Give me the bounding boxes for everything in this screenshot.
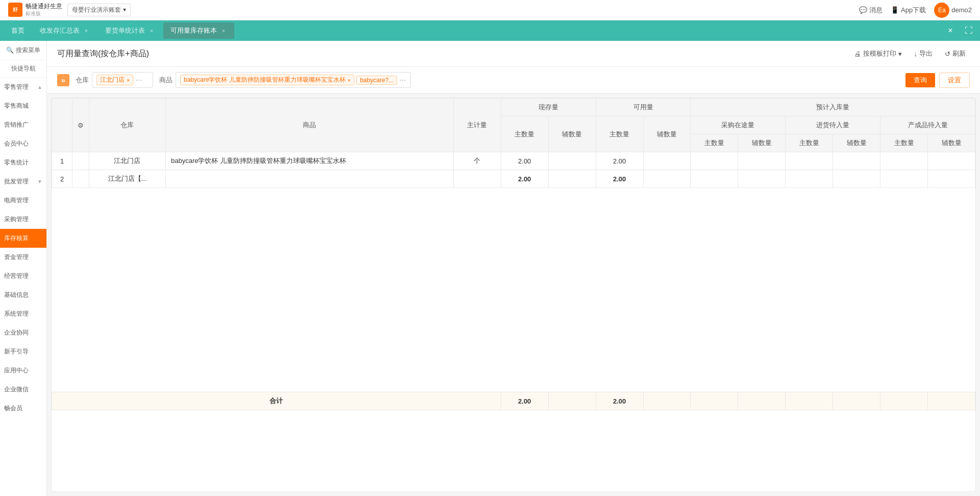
sidebar-item-system[interactable]: 系统管理 xyxy=(0,304,46,323)
sidebar-quick-nav-label: 快捷导航 xyxy=(11,65,36,72)
app-download-button[interactable]: 📱 App下载 xyxy=(891,6,926,15)
sidebar-item-inventory-label: 库存核算 xyxy=(4,234,29,243)
product-tag-1-remove[interactable]: × xyxy=(348,77,351,83)
tab-available-stock-label: 可用量库存账本 xyxy=(170,26,217,35)
tab-available-stock[interactable]: 可用量库存账本 × xyxy=(163,22,234,39)
row1-warehouse: 江北门店 xyxy=(89,152,166,170)
message-button[interactable]: 💬 消息 xyxy=(859,6,883,15)
sidebar-item-wholesale-label: 批发管理 xyxy=(4,177,29,186)
sidebar-item-wechat[interactable]: 企业微信 xyxy=(0,380,46,399)
sidebar-search-label: 搜索菜单 xyxy=(16,46,40,54)
row1-index: 1 xyxy=(52,152,72,170)
th-index xyxy=(52,99,72,152)
empty-space xyxy=(52,188,975,392)
export-button[interactable]: ↓ 导出 xyxy=(910,47,937,60)
th-production-pending: 产成品待入量 xyxy=(880,116,975,134)
sidebar-item-retail-mgmt[interactable]: 零售管理 ▲ xyxy=(0,78,46,97)
warehouse-tag-remove[interactable]: × xyxy=(127,77,130,83)
row2-product xyxy=(165,170,453,188)
chevron-down-icon: ▾ xyxy=(123,6,126,13)
table-row: 1 江北门店 babycare学饮杯 儿童防摔防撞吸管杯重力球吸嘴杯宝宝水杯 个… xyxy=(52,152,975,170)
sidebar-item-member2-label: 畅会员 xyxy=(4,404,22,413)
row1-production-aux xyxy=(928,152,975,170)
th-warehouse: 仓库 xyxy=(89,99,166,152)
printer-icon: 🖨 xyxy=(854,50,861,58)
row1-purchase-aux xyxy=(738,152,786,170)
sidebar-item-marketing-label: 营销推广 xyxy=(4,121,29,129)
sidebar-search[interactable]: 🔍 搜索菜单 xyxy=(0,41,46,60)
table-row: 2 江北门店【... 2.00 2.00 xyxy=(52,170,975,188)
product-input[interactable]: babycare学饮杯 儿童防摔防撞吸管杯重力球吸嘴杯宝宝水杯 × babyca… xyxy=(176,72,411,88)
warehouse-input[interactable]: 江北门店 × ··· xyxy=(92,72,153,88)
th-purchase-on-way: 采购在途量 xyxy=(691,116,786,134)
sidebar-item-finance[interactable]: 资金管理 xyxy=(0,248,46,267)
message-label: 消息 xyxy=(869,6,883,15)
product-more-icon[interactable]: ··· xyxy=(399,76,406,85)
logo-icon: 好 xyxy=(8,3,22,17)
query-button[interactable]: 查询 xyxy=(905,73,935,87)
refresh-icon: ↺ xyxy=(945,50,950,58)
row1-production-main xyxy=(880,152,928,170)
row2-purchase-aux xyxy=(738,170,786,188)
sidebar-item-wechat-label: 企业微信 xyxy=(4,385,29,394)
fullscreen-button[interactable]: ⛶ xyxy=(962,23,976,38)
total-label-cell: 合计 xyxy=(52,392,501,410)
warehouse-more-icon[interactable]: ··· xyxy=(135,76,142,85)
sidebar-quick-nav[interactable]: 快捷导航 xyxy=(0,60,46,78)
app-sub: 标准版 xyxy=(26,10,62,17)
sidebar-item-marketing[interactable]: 营销推广 xyxy=(0,115,46,134)
sidebar-item-finance-label: 资金管理 xyxy=(4,253,29,262)
logo-text-group: 畅捷通好生意 标准版 xyxy=(26,3,62,17)
print-button[interactable]: 🖨 按模板打印 ▾ xyxy=(850,47,906,60)
tab-collection-summary-close[interactable]: × xyxy=(83,27,90,34)
refresh-button[interactable]: ↺ 刷新 xyxy=(941,47,970,60)
main-layout: 🔍 搜索菜单 快捷导航 零售管理 ▲ 零售商城 营销推广 会员中心 零售统计 批… xyxy=(0,41,980,496)
top-bar-right: 💬 消息 📱 App下载 Ea demo2 xyxy=(859,3,972,18)
data-table: ⚙ 仓库 商品 主计量 现存量 可用量 预计入库量 主数量 辅数量 主数量 辅数… xyxy=(52,98,975,410)
th-current-main: 主数量 xyxy=(501,116,548,152)
sidebar-item-retail-stats[interactable]: 零售统计 xyxy=(0,153,46,172)
sidebar-item-member2[interactable]: 畅会员 xyxy=(0,399,46,418)
sidebar-item-inventory[interactable]: 库存核算 xyxy=(0,229,46,248)
th-settings[interactable]: ⚙ xyxy=(72,99,89,152)
tab-collection-summary[interactable]: 收发存汇总表 × xyxy=(33,22,97,39)
tab-home[interactable]: 首页 xyxy=(4,22,32,39)
sidebar-item-wholesale[interactable]: 批发管理 ▼ xyxy=(0,172,46,191)
sidebar-item-operations[interactable]: 经营管理 xyxy=(0,267,46,286)
row1-purchase-main xyxy=(691,152,738,170)
row1-current-main: 2.00 xyxy=(501,152,548,170)
close-all-tabs-button[interactable]: × xyxy=(943,23,958,38)
sidebar-item-ecommerce[interactable]: 电商管理 xyxy=(0,191,46,210)
th-purchase-aux: 辅数量 xyxy=(738,134,786,152)
filter-toggle-button[interactable]: » xyxy=(57,74,69,86)
sidebar-item-basic-info[interactable]: 基础信息 xyxy=(0,286,46,304)
tab-order-stats-close[interactable]: × xyxy=(148,27,155,34)
search-icon: 🔍 xyxy=(6,46,14,54)
sidebar-item-guide[interactable]: 新手引导 xyxy=(0,342,46,361)
row2-unit xyxy=(453,170,501,188)
row1-current-aux xyxy=(548,152,596,170)
template-selector[interactable]: 母婴行业演示账套 ▾ xyxy=(67,4,131,16)
tab-collection-summary-label: 收发存汇总表 xyxy=(40,26,80,35)
th-incoming-main: 主数量 xyxy=(786,134,833,152)
row2-available-aux xyxy=(643,170,691,188)
product-filter-group: 商品 babycare学饮杯 儿童防摔防撞吸管杯重力球吸嘴杯宝宝水杯 × bab… xyxy=(159,72,411,88)
sidebar-item-retail-stats-label: 零售统计 xyxy=(4,158,29,167)
export-label: 导出 xyxy=(919,49,933,58)
sidebar-item-retail-mall[interactable]: 零售商城 xyxy=(0,97,46,115)
warehouse-filter-group: 仓库 江北门店 × ··· xyxy=(76,72,153,88)
table-wrapper: ⚙ 仓库 商品 主计量 现存量 可用量 预计入库量 主数量 辅数量 主数量 辅数… xyxy=(51,98,976,492)
download-label: App下载 xyxy=(901,6,926,15)
row2-check xyxy=(72,170,89,188)
product-tag-2: babycare?... xyxy=(356,76,397,85)
tab-order-stats[interactable]: 要货单统计表 × xyxy=(98,22,162,39)
sidebar-item-member[interactable]: 会员中心 xyxy=(0,134,46,153)
sidebar-item-app-center[interactable]: 应用中心 xyxy=(0,361,46,380)
tab-available-stock-close[interactable]: × xyxy=(220,27,227,34)
settings-button[interactable]: 设置 xyxy=(939,73,970,88)
row2-incoming-aux xyxy=(833,170,880,188)
total-available-main: 2.00 xyxy=(596,392,643,410)
sidebar-item-purchase[interactable]: 采购管理 xyxy=(0,210,46,229)
sidebar-item-enterprise[interactable]: 企业协同 xyxy=(0,323,46,342)
user-menu[interactable]: Ea demo2 xyxy=(934,3,972,18)
